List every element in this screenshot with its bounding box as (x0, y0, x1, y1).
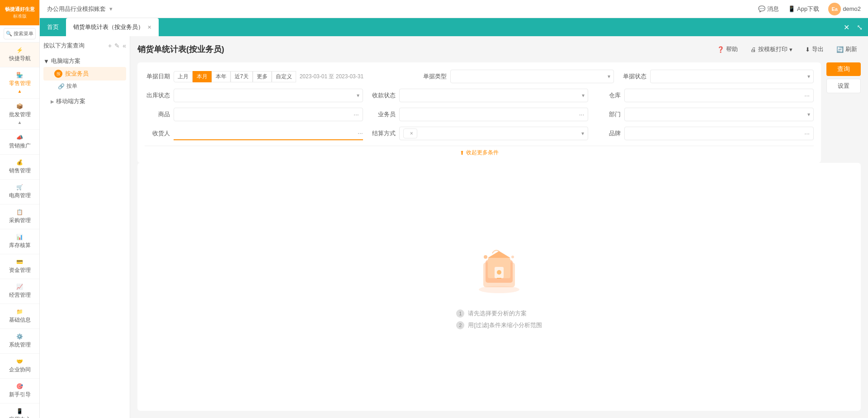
date-btn-this-month[interactable]: 本月 (193, 71, 212, 82)
system-label: 系统管理 (9, 341, 31, 349)
sidebar-item-operation[interactable]: 📈 经营管理 (0, 279, 39, 304)
filter-row-3: 商品 业务员 部门 (145, 108, 814, 121)
out-status-label: 出库状态 (145, 91, 170, 100)
tab-minimize-button[interactable]: ✕ (842, 21, 851, 33)
print-button[interactable]: 🖨 按模板打印 ▾ (747, 43, 796, 55)
date-range-value: 2023-03-01 至 2023-03-31 (300, 73, 363, 81)
filter-area: 单据日期 上月 本月 本年 近7天 更多 自定义 2023-03-01 至 20… (137, 62, 861, 163)
dept-select[interactable] (624, 108, 814, 121)
search-menu-area[interactable]: 🔍 搜索菜单 (0, 25, 39, 43)
sidebar-item-shortcut[interactable]: ⚡ 快捷导航 (0, 43, 39, 67)
tip-text-2: 用[过滤]条件来缩小分析范围 (468, 321, 542, 329)
sidebar-item-enterprise[interactable]: 🤝 企业协同 (0, 354, 39, 379)
retail-arrow: ▲ (18, 89, 22, 94)
empty-tip-2: 2 用[过滤]条件来缩小分析范围 (456, 321, 542, 329)
refresh-button[interactable]: 🔄 刷新 (833, 43, 861, 55)
tab-sales-stat-label: 销货单统计表（按业务员） (73, 23, 144, 31)
collapse-panel-button[interactable]: « (123, 42, 126, 49)
sidebar-item-system[interactable]: ⚙️ 系统管理 (0, 329, 39, 354)
help-button[interactable]: ❓ 帮助 (713, 43, 741, 55)
app-title: 办公用品行业模拟账套 (47, 5, 106, 13)
receipt-status-label: 收款状态 (370, 91, 396, 100)
retail-label: 零售管理 (9, 80, 31, 87)
print-label: 按模板打印 (758, 45, 788, 53)
sidebar-item-inventory[interactable]: 📊 库存核算 (0, 229, 39, 254)
sidebar-item-basic[interactable]: 📁 基础信息 (0, 304, 39, 329)
tab-actions: ✕ ⤡ (838, 21, 868, 33)
date-btn-last7[interactable]: 近7天 (231, 71, 253, 82)
ecommerce-label: 电商管理 (9, 192, 31, 200)
sidebar-item-wholesale[interactable]: 📦 批发管理 ▲ (0, 99, 39, 130)
date-btn-custom[interactable]: 自定义 (272, 71, 296, 82)
sidebar-item-sales[interactable]: 💰 销售管理 (0, 155, 39, 180)
export-button[interactable]: ⬇ 导出 (802, 43, 827, 55)
date-btn-this-year[interactable]: 本年 (212, 71, 231, 82)
payment-select[interactable]: × (399, 127, 589, 140)
consignee-input[interactable] (174, 127, 363, 140)
search-menu-button[interactable]: 🔍 搜索菜单 (4, 28, 36, 39)
filter-dept: 部门 (595, 108, 814, 121)
refresh-label: 刷新 (845, 45, 857, 53)
warehouse-input[interactable] (624, 89, 814, 102)
goods-input[interactable] (174, 108, 363, 121)
filter-brand: 品牌 (595, 127, 814, 140)
logo-text: 畅捷通好生意 (5, 6, 35, 12)
tab-home[interactable]: 首页 (40, 18, 66, 36)
pc-scheme-group-header[interactable]: ▼ 电脑端方案 (43, 55, 126, 67)
filter-warehouse: 仓库 (595, 89, 814, 102)
receipt-status-select[interactable] (399, 89, 589, 102)
salesman-input[interactable] (399, 108, 589, 121)
filter-row-4: 收货人 结算方式 × (145, 127, 814, 140)
finance-icon: 💳 (16, 259, 23, 265)
app-center-icon: 📱 (16, 408, 23, 414)
tab-sales-stat[interactable]: 销货单统计表（按业务员） ✕ (66, 18, 159, 36)
mobile-scheme-group[interactable]: ▶ 移动端方案 (43, 95, 126, 107)
sidebar-item-finance[interactable]: 💳 资金管理 (0, 254, 39, 279)
scheme-by-salesman-icon: 按 (54, 70, 62, 78)
add-scheme-button[interactable]: + (108, 42, 112, 49)
doc-type-select-wrapper[interactable] (450, 70, 614, 83)
scheme-sub-label: 按单 (66, 82, 77, 90)
shortcut-icon: ⚡ (16, 47, 23, 53)
query-button[interactable]: 查询 (826, 62, 861, 76)
enterprise-label: 企业协同 (9, 366, 31, 374)
refresh-icon: 🔄 (836, 46, 844, 53)
payment-tag-close[interactable]: × (410, 130, 413, 137)
brand-input[interactable] (624, 127, 814, 140)
sidebar-item-ecommerce[interactable]: 🛒 电商管理 (0, 180, 39, 204)
empty-state: 1 请先选择要分析的方案 2 用[过滤]条件来缩小分析范围 (137, 163, 861, 411)
payment-tag[interactable]: × (403, 128, 417, 138)
tab-maximize-button[interactable]: ⤡ (855, 21, 864, 33)
sidebar-item-app-center[interactable]: 📱 应用中心 (0, 404, 39, 418)
app-download-button[interactable]: 📱 App下载 (788, 5, 819, 13)
dept-select-wrapper[interactable] (624, 108, 814, 121)
message-button[interactable]: 💬 消息 (758, 5, 779, 13)
page-title: 销货单统计表(按业务员) (137, 44, 224, 55)
scheme-item-by-salesman[interactable]: 按 按业务员 (43, 67, 126, 81)
filter-row-1: 单据日期 上月 本月 本年 近7天 更多 自定义 2023-03-01 至 20… (145, 70, 814, 83)
scheme-sub-by-order[interactable]: 🔗 按单 (43, 81, 126, 92)
collapse-button[interactable]: ⬆ 收起更多条件 (145, 146, 814, 159)
help-label: 帮助 (726, 45, 738, 53)
filter-salesman: 业务员 (370, 108, 589, 121)
edit-scheme-button[interactable]: ✎ (114, 42, 120, 49)
out-status-select-wrapper[interactable] (174, 89, 363, 102)
sidebar: 畅捷通好生意 标准版 🔍 搜索菜单 ⚡ 快捷导航 🏪 零售管理 ▲ 📦 批发管理… (0, 0, 40, 418)
doc-status-select-wrapper[interactable] (650, 70, 814, 83)
receipt-status-select-wrapper[interactable] (399, 89, 589, 102)
doc-status-select[interactable] (650, 70, 814, 83)
header-dropdown-icon[interactable]: ▾ (109, 5, 113, 12)
setting-button[interactable]: 设置 (826, 79, 861, 93)
tab-close-icon[interactable]: ✕ (147, 24, 151, 30)
operation-label: 经营管理 (9, 291, 31, 299)
user-profile[interactable]: Ea demo2 (828, 3, 861, 15)
doc-type-select[interactable] (450, 70, 614, 83)
sidebar-item-retail[interactable]: 🏪 零售管理 ▲ (0, 67, 39, 99)
sidebar-item-marketing[interactable]: 📣 营销推广 (0, 130, 39, 155)
sidebar-item-newbie[interactable]: 🎯 新手引导 (0, 379, 39, 404)
date-btn-last-month[interactable]: 上月 (174, 71, 193, 82)
sidebar-item-purchase[interactable]: 📋 采购管理 (0, 204, 39, 229)
logo-sub: 标准版 (13, 13, 27, 19)
out-status-select[interactable] (174, 89, 363, 102)
date-btn-more[interactable]: 更多 (253, 71, 272, 82)
